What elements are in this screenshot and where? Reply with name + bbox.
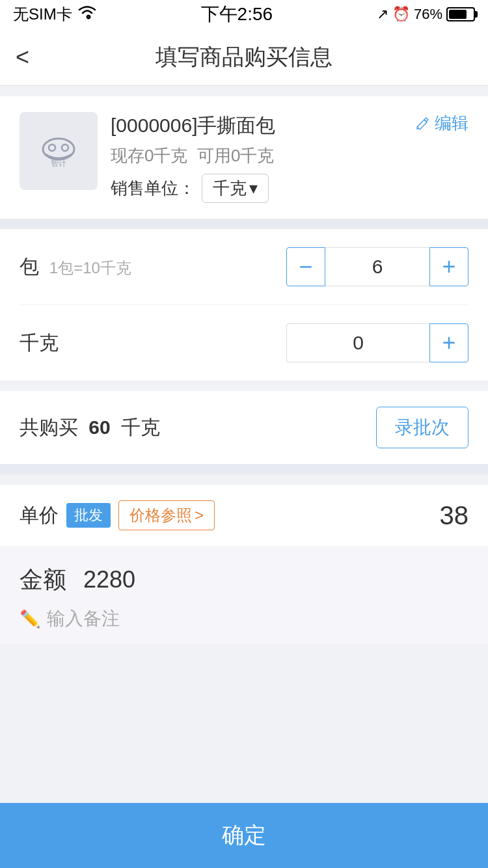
svg-text:智计: 智计 (51, 159, 66, 167)
price-value: 38 (440, 501, 469, 530)
price-label: 单价 (20, 502, 59, 529)
product-name: [0000006]手撕面包 (111, 112, 275, 139)
status-bar: 无SIM卡 下午2:56 ↗ ⏰ 76% (0, 0, 488, 29)
quantity-label-kg: 千克 (20, 330, 59, 357)
svg-point-1 (49, 144, 55, 151)
battery-icon (446, 7, 475, 21)
pencil-icon: ✏️ (20, 609, 40, 629)
edit-button[interactable]: 编辑 (415, 112, 468, 135)
price-left: 单价 批发 价格参照 > (20, 500, 215, 530)
product-info: [0000006]手撕面包 编辑 现存0千克 可用0千克 销售单位： 千克 (111, 112, 468, 203)
product-card: 智计 [0000006]手撕面包 编辑 现存0千克 可用0千克 (0, 96, 488, 219)
alarm-icon: ⏰ (392, 6, 410, 23)
note-placeholder: 输入备注 (47, 606, 120, 631)
battery-percent: 76% (414, 6, 442, 23)
svg-point-2 (62, 144, 68, 151)
location-icon: ↗ (377, 6, 388, 23)
status-right: ↗ ⏰ 76% (377, 6, 475, 23)
quantity-section: 包 1包=10千克 − + 千克 + (0, 229, 488, 381)
decrease-bao-button[interactable]: − (286, 247, 325, 286)
increase-bao-button[interactable]: + (429, 247, 468, 286)
carrier-text: 无SIM卡 (13, 4, 72, 25)
page-title: 填写商品购买信息 (156, 42, 332, 72)
product-stock: 现存0千克 可用0千克 (111, 144, 468, 167)
note-row[interactable]: ✏️ 输入备注 (20, 606, 468, 631)
divider-1 (0, 219, 488, 229)
confirm-button[interactable]: 确定 (0, 803, 488, 868)
price-section: 单价 批发 价格参照 > 38 (0, 485, 488, 546)
amount-row: 金额 2280 (20, 564, 468, 596)
increase-kg-button[interactable]: + (429, 323, 468, 362)
svg-point-0 (43, 139, 74, 159)
status-time: 下午2:56 (201, 2, 273, 27)
status-left: 无SIM卡 (13, 4, 97, 25)
product-thumbnail: 智计 (20, 112, 98, 190)
product-header: [0000006]手撕面包 编辑 (111, 112, 468, 139)
amount-section: 金额 2280 ✏️ 输入备注 (0, 546, 488, 644)
record-batch-button[interactable]: 录批次 (376, 407, 468, 448)
chevron-down-icon: ▾ (249, 178, 258, 198)
divider-2 (0, 464, 488, 474)
total-section: 共购买 60 千克 录批次 (0, 391, 488, 464)
nav-bar: < 填写商品购买信息 (0, 29, 488, 86)
price-tag: 批发 (66, 503, 111, 528)
quantity-row-kg: 千克 + (20, 305, 468, 381)
quantity-label-bao: 包 1包=10千克 (20, 254, 131, 280)
quantity-kg-input[interactable] (286, 323, 429, 362)
back-button[interactable]: < (16, 44, 29, 71)
quantity-bao-input[interactable] (325, 247, 429, 286)
chevron-right-icon: > (195, 506, 204, 524)
quantity-hint-bao: 1包=10千克 (49, 259, 131, 277)
price-reference-button[interactable]: 价格参照 > (118, 500, 215, 530)
quantity-controls-bao: − + (286, 247, 468, 286)
product-unit-row: 销售单位： 千克 ▾ (111, 174, 468, 203)
unit-select[interactable]: 千克 ▾ (202, 174, 269, 203)
wifi-icon (77, 5, 97, 23)
quantity-row-bao: 包 1包=10千克 − + (20, 229, 468, 305)
total-text: 共购买 60 千克 (20, 414, 160, 441)
quantity-controls-kg: + (286, 323, 468, 362)
